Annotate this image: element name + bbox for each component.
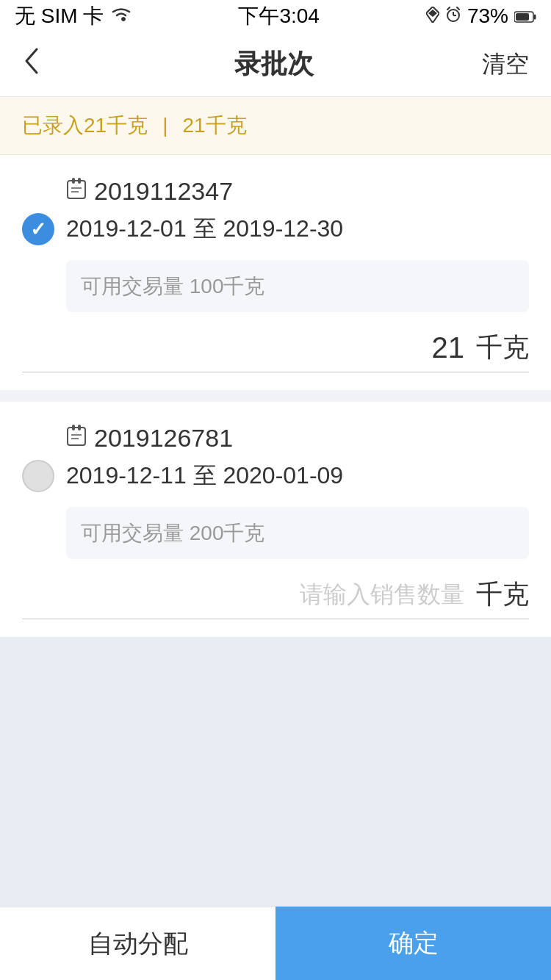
batch-1-quantity-row: 21 千克 [0,312,551,390]
batch-1-available-text: 可用交易量 100千克 [81,275,265,298]
batch-card-2: 2019126781 2019-12-11 至 2020-01-09 可用交易量… [0,402,551,637]
batch-1-id: 2019112347 [94,177,233,206]
batch-2-available-text: 可用交易量 200千克 [81,522,265,544]
batch-2-input-row[interactable]: 请输入销售数量 千克 [0,559,551,637]
svg-rect-12 [72,425,75,430]
batch-card-1: 2019112347 ✓ 2019-12-01 至 2019-12-30 可用交… [0,155,551,390]
status-left: 无 SIM 卡 [15,2,132,30]
info-banner: 已录入21千克 | 21千克 [0,97,551,155]
batch-2-available: 可用交易量 200千克 [66,507,529,559]
batch-1-id-icon [66,178,87,205]
batch-2-radio[interactable] [22,460,54,492]
content-area: 2019112347 ✓ 2019-12-01 至 2019-12-30 可用交… [0,155,551,980]
batch-2-id-icon [66,425,87,452]
carrier-text: 无 SIM 卡 [15,2,104,30]
batch-1-id-row: 2019112347 [66,177,529,206]
batch-2-date: 2019-12-11 至 2020-01-09 [66,460,343,492]
batch-1-radio[interactable]: ✓ [22,213,54,245]
svg-rect-13 [78,425,81,430]
batch-card-1-inner: 2019112347 ✓ 2019-12-01 至 2019-12-30 可用交… [0,155,551,312]
battery-text: 73% [467,4,508,28]
nav-bar: 录批次 清空 [0,32,551,97]
batch-1-quantity-value: 21 [432,331,465,364]
svg-rect-4 [533,15,536,20]
batch-card-2-inner: 2019126781 2019-12-11 至 2020-01-09 可用交易量… [0,402,551,559]
alarm-icon [445,4,461,28]
batch-2-input-unit: 千克 [476,577,529,613]
batch-2-id: 2019126781 [94,424,233,453]
status-bar: 无 SIM 卡 下午3:04 73% [0,0,551,32]
batch-2-date-row[interactable]: 2019-12-11 至 2020-01-09 [22,460,529,492]
batch-1-date: 2019-12-01 至 2019-12-30 [66,213,343,245]
confirm-button[interactable]: 确定 [276,907,551,980]
batch-2-input-placeholder: 请输入销售数量 [300,579,464,611]
status-right: 73% [426,4,536,28]
bottom-bar: 自动分配 确定 [0,907,551,980]
location-icon [426,4,439,28]
svg-rect-6 [68,181,85,198]
batch-1-available: 可用交易量 100千克 [66,260,529,312]
empty-area [0,637,551,931]
batch-1-quantity-unit: 千克 [476,330,529,366]
checkmark-icon: ✓ [30,218,46,241]
svg-rect-11 [68,428,85,445]
total-amount: 21千克 [182,112,246,140]
back-button[interactable] [22,46,66,82]
recorded-amount: 已录入21千克 [22,112,148,140]
time-display: 下午3:04 [238,2,320,30]
page-title: 录批次 [234,46,314,82]
clear-button[interactable]: 清空 [482,48,529,81]
section-divider [0,390,551,402]
svg-rect-7 [72,178,75,184]
batch-1-date-row[interactable]: ✓ 2019-12-01 至 2019-12-30 [22,213,529,245]
info-divider: | [162,114,168,137]
batch-1-quantity-line: 21 千克 [22,330,529,372]
svg-rect-5 [516,13,529,21]
batch-2-input-line: 请输入销售数量 千克 [22,577,529,619]
auto-distribute-button[interactable]: 自动分配 [0,907,276,980]
battery-icon [514,4,536,28]
batch-2-id-row: 2019126781 [66,424,529,453]
svg-rect-8 [78,178,81,184]
wifi-icon [111,4,132,28]
